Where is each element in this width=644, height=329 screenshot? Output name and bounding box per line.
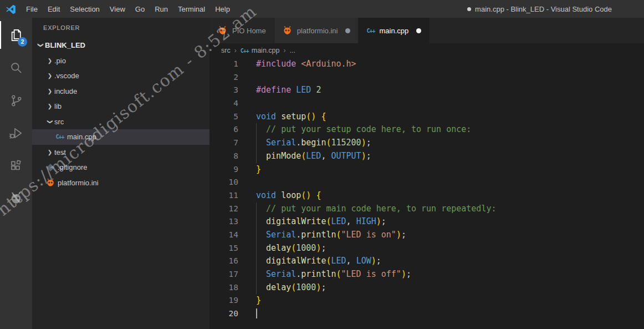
code-line-2: 2 xyxy=(209,71,644,84)
token-keyword: void xyxy=(256,112,276,122)
token-plain xyxy=(276,190,281,200)
code-line-15: 15 delay(1000); xyxy=(209,242,644,255)
code-line-1: 1#include <Arduino.h> xyxy=(209,58,644,71)
code-text[interactable]: #include <Arduino.h> xyxy=(238,58,644,71)
tab-main-cpp[interactable]: C++main.cpp xyxy=(359,18,430,43)
activitybar-run-debug[interactable] xyxy=(0,119,32,147)
token-plain xyxy=(256,282,266,292)
code-editor[interactable]: 1#include <Arduino.h>23#define LED 245vo… xyxy=(209,57,644,329)
token-plain: ; xyxy=(366,151,371,161)
indent-guide xyxy=(256,203,257,216)
token-plain: ; xyxy=(376,256,381,266)
activitybar-explorer[interactable]: 2 xyxy=(0,21,32,49)
title-dirty-dot xyxy=(467,7,471,11)
line-number: 3 xyxy=(209,84,238,97)
code-text[interactable]: Serial.begin(115200); xyxy=(238,136,644,150)
token-plain: . xyxy=(296,138,301,148)
code-line-12: 12 // put your main code here, to run re… xyxy=(209,203,644,216)
tree-item--vscode[interactable]: ❯.vscode xyxy=(32,68,209,84)
code-text[interactable]: } xyxy=(238,294,644,307)
modified-dot-icon[interactable] xyxy=(345,28,350,33)
code-text[interactable] xyxy=(238,97,644,110)
breadcrumb-item--[interactable]: ... xyxy=(289,47,295,54)
breadcrumb-item-main-cpp[interactable]: C++main.cpp xyxy=(241,47,280,54)
code-line-17: 17 Serial.println("LED is off"); xyxy=(209,268,644,281)
code-text[interactable] xyxy=(238,71,644,84)
activitybar-source-control[interactable] xyxy=(0,87,32,114)
code-text[interactable]: void setup() { xyxy=(238,110,644,124)
menu-run[interactable]: Run xyxy=(150,0,173,18)
menu-terminal[interactable]: Terminal xyxy=(173,0,210,18)
code-text[interactable]: // put your setup code here, to run once… xyxy=(238,123,644,136)
code-text[interactable] xyxy=(238,307,644,321)
code-text[interactable]: void loop() { xyxy=(238,189,644,203)
code-text[interactable]: // put your main code here, to run repea… xyxy=(238,203,644,216)
tree-item-blink-led[interactable]: ❯BLINK_LED xyxy=(32,38,209,53)
tab-platformio-ini[interactable]: platformio.ini xyxy=(274,18,359,43)
token-bracket: } xyxy=(256,295,261,305)
indent-guide xyxy=(256,136,257,150)
line-number: 17 xyxy=(209,268,238,281)
menu-selection[interactable]: Selection xyxy=(65,0,104,18)
tree-item-include[interactable]: ❯include xyxy=(32,84,209,99)
tree-item--gitignore[interactable]: .gitignore xyxy=(32,160,209,175)
activitybar-search[interactable] xyxy=(0,54,32,82)
indent-guide xyxy=(256,242,257,255)
token-function: pinMode xyxy=(266,151,301,161)
activitybar-extensions[interactable] xyxy=(0,152,32,180)
code-line-18: 18 delay(1000); xyxy=(209,281,644,295)
code-line-14: 14 Serial.println("LED is on"); xyxy=(209,229,644,242)
activitybar-platformio[interactable] xyxy=(0,185,32,212)
code-text[interactable]: Serial.println("LED is off"); xyxy=(238,268,644,281)
extensions-icon xyxy=(9,159,23,173)
code-line-6: 6 // put your setup code here, to run on… xyxy=(209,123,644,136)
tree-item--pio[interactable]: ❯.pio xyxy=(32,53,209,69)
token-keyword: HIGH xyxy=(356,216,376,226)
token-keyword: LOW xyxy=(356,256,371,266)
code-text[interactable]: } xyxy=(238,163,644,176)
token-bracket: ( xyxy=(291,282,296,292)
tree-item-src[interactable]: ❯src xyxy=(32,114,209,130)
chevron-right-icon: ❯ xyxy=(45,73,54,79)
token-bracket: () xyxy=(306,112,316,122)
tree-item-main-cpp[interactable]: C++main.cpp xyxy=(32,129,209,145)
line-number: 4 xyxy=(209,97,238,110)
line-number: 14 xyxy=(209,229,238,242)
tab-label: main.cpp xyxy=(379,27,408,35)
code-text[interactable]: delay(1000); xyxy=(238,281,644,295)
breadcrumb-item-src[interactable]: src xyxy=(221,47,231,54)
code-text[interactable]: digitalWrite(LED, HIGH); xyxy=(238,215,644,229)
token-plain: . xyxy=(296,230,301,240)
menu-help[interactable]: Help xyxy=(210,0,235,18)
code-text[interactable]: #define LED 2 xyxy=(238,84,644,97)
token-plain xyxy=(256,204,266,214)
token-comment: // put your setup code here, to run once… xyxy=(266,124,471,134)
token-number: 2 xyxy=(316,85,321,95)
code-text[interactable] xyxy=(238,176,644,189)
tree-item-test[interactable]: ❯test xyxy=(32,145,209,160)
token-function: loop xyxy=(281,190,301,200)
indent-guide xyxy=(256,215,257,229)
code-text[interactable]: digitalWrite(LED, LOW); xyxy=(238,255,644,268)
tree-item-platformio-ini[interactable]: platformio.ini xyxy=(32,175,209,191)
code-line-19: 19} xyxy=(209,294,644,307)
modified-dot-icon[interactable] xyxy=(416,28,421,33)
code-text[interactable]: delay(1000); xyxy=(238,242,644,255)
search-icon xyxy=(9,60,23,75)
tree-item-lib[interactable]: ❯lib xyxy=(32,99,209,114)
token-function: begin xyxy=(301,138,326,148)
token-function: println xyxy=(301,269,336,279)
token-bracket: } xyxy=(256,164,261,174)
menu-file[interactable]: File xyxy=(21,0,43,18)
menu-edit[interactable]: Edit xyxy=(43,0,65,18)
tab-pio-home[interactable]: PIO Home xyxy=(209,18,274,43)
token-plain: ; xyxy=(381,216,386,226)
menu-view[interactable]: View xyxy=(105,0,130,18)
code-text[interactable]: pinMode(LED, OUTPUT); xyxy=(238,150,644,163)
token-string: <Arduino.h> xyxy=(301,59,356,69)
menu-go[interactable]: Go xyxy=(130,0,150,18)
code-text[interactable]: Serial.println("LED is on"); xyxy=(238,229,644,242)
pio-file-icon xyxy=(45,178,55,188)
line-number: 13 xyxy=(209,215,238,229)
code-line-7: 7 Serial.begin(115200); xyxy=(209,136,644,150)
